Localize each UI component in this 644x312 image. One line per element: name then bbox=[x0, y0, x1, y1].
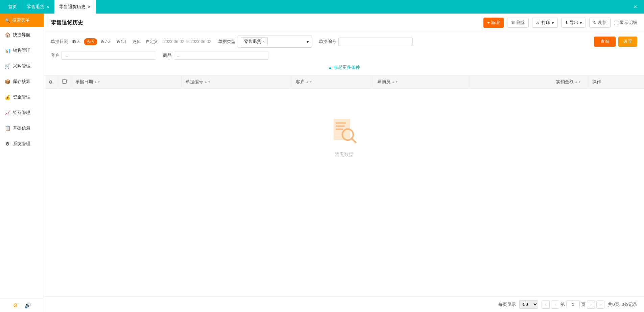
th-date[interactable]: 单据日期 ▲▼ bbox=[71, 75, 181, 89]
date-btn-today[interactable]: 今天 bbox=[84, 38, 97, 45]
tab-retail-return[interactable]: 零售退货 ✕ bbox=[22, 0, 54, 14]
goods-input[interactable]: ... bbox=[174, 51, 268, 60]
goods-dots: ... bbox=[177, 53, 181, 58]
voucher-type-filter: 单据类型 零售退货 × ▾ bbox=[218, 36, 312, 48]
tab-retail-return-history[interactable]: 零售退货历史 ✕ bbox=[54, 0, 96, 14]
goods-label: 商品 bbox=[163, 52, 172, 59]
sort-guide-icon: ▲▼ bbox=[391, 80, 398, 84]
total-info: 共0页, 0条记录 bbox=[608, 302, 637, 308]
th-voucher-no[interactable]: 单据编号 ▲▼ bbox=[181, 75, 291, 89]
export-button[interactable]: ⬇ 导出 ▾ bbox=[561, 18, 586, 28]
th-amount[interactable]: 实销金额 ▲▼ bbox=[469, 75, 588, 89]
table-settings-icon[interactable]: ⚙ bbox=[49, 80, 53, 85]
date-shortcuts: 昨天 今天 近7天 近1月 更多 自定义 bbox=[70, 38, 160, 45]
date-filter: 单据日期 昨天 今天 近7天 近1月 更多 自定义 2023-06-02 至 2… bbox=[51, 38, 211, 45]
collapse-row: ▲ 收起更多条件 bbox=[51, 63, 637, 72]
new-button[interactable]: + 新增 bbox=[483, 18, 503, 28]
print-button[interactable]: 🖨 打印 ▾ bbox=[532, 18, 558, 28]
page-title-row: 零售退货历史 + 新增 🗑 删除 🖨 打印 ▾ ⬇ 导出 ▾ ↻ 刷新 bbox=[51, 18, 637, 28]
operations-icon: 📈 bbox=[5, 110, 10, 115]
collapse-button[interactable]: ▲ 收起更多条件 bbox=[328, 64, 360, 70]
customer-input[interactable]: ... bbox=[62, 51, 156, 60]
tab-bar: 首页 零售退货 ✕ 零售退货历史 ✕ bbox=[3, 0, 634, 14]
sort-amount-icon: ▲▼ bbox=[575, 80, 581, 84]
sidebar-bottom: ⚙ 🔊 bbox=[0, 298, 44, 312]
date-btn-yesterday[interactable]: 昨天 bbox=[70, 38, 82, 45]
date-btn-7days[interactable]: 近7天 bbox=[99, 38, 113, 45]
sidebar-search[interactable]: 🔍 搜索菜单 bbox=[0, 14, 44, 27]
per-page-select[interactable]: 50 10 20 100 bbox=[519, 300, 538, 309]
customer-dots: ... bbox=[65, 53, 68, 58]
svg-rect-1 bbox=[335, 122, 346, 124]
audio-icon[interactable]: 🔊 bbox=[24, 302, 31, 309]
filter-row-1: 单据日期 昨天 今天 近7天 近1月 更多 自定义 2023-06-02 至 2… bbox=[51, 36, 637, 48]
settings-bottom-icon[interactable]: ⚙ bbox=[13, 302, 18, 309]
sidebar-item-system[interactable]: ⚙ 系统管理 bbox=[0, 136, 44, 152]
sort-customer-icon: ▲▼ bbox=[306, 80, 312, 84]
collapse-up-icon: ▲ bbox=[328, 65, 332, 70]
empty-state-row: 暂无数据 bbox=[44, 89, 644, 185]
th-guide[interactable]: 导购员 ▲▼ bbox=[373, 75, 469, 89]
select-all-checkbox[interactable] bbox=[62, 79, 67, 84]
voucher-type-tag: 零售退货 × bbox=[241, 37, 268, 46]
close-tab-retail-return-history[interactable]: ✕ bbox=[88, 5, 91, 9]
voucher-type-select[interactable]: 零售退货 × ▾ bbox=[238, 36, 312, 48]
svg-line-5 bbox=[351, 138, 356, 143]
date-btn-1month[interactable]: 近1月 bbox=[115, 38, 129, 45]
sidebar-item-basic-info[interactable]: 📋 基础信息 bbox=[0, 120, 44, 136]
window-close-button[interactable]: ✕ bbox=[634, 4, 641, 9]
customer-label: 客户 bbox=[51, 52, 59, 59]
remove-voucher-type[interactable]: × bbox=[263, 40, 265, 44]
pagination: 每页显示 50 10 20 100 « ‹ 第 页 › » 共0页, 0条记录 bbox=[44, 296, 644, 312]
refresh-button[interactable]: ↻ 刷新 bbox=[589, 18, 611, 28]
page-title: 零售退货历史 bbox=[51, 19, 83, 26]
th-customer[interactable]: 客户 ▲▼ bbox=[292, 75, 373, 89]
sort-voucherno-icon: ▲▼ bbox=[204, 80, 211, 84]
voucher-type-label: 单据类型 bbox=[218, 39, 236, 45]
toolbar: + 新增 🗑 删除 🖨 打印 ▾ ⬇ 导出 ▾ ↻ 刷新 显示明细 bbox=[483, 18, 637, 28]
show-detail-checkbox[interactable] bbox=[614, 21, 618, 25]
empty-state: 暂无数据 bbox=[44, 89, 644, 185]
tab-home[interactable]: 首页 bbox=[3, 0, 22, 14]
date-btn-more[interactable]: 更多 bbox=[130, 38, 142, 45]
th-settings[interactable]: ⚙ bbox=[44, 75, 57, 89]
export-dropdown-icon: ▾ bbox=[580, 20, 582, 25]
th-action: 操作 bbox=[588, 75, 644, 89]
sidebar-item-finance[interactable]: 💰 资金管理 bbox=[0, 89, 44, 105]
date-btn-custom[interactable]: 自定义 bbox=[144, 38, 160, 45]
page-input[interactable] bbox=[566, 300, 580, 308]
purchase-icon: 🛒 bbox=[5, 63, 10, 69]
empty-text: 暂无数据 bbox=[335, 152, 354, 158]
home-icon: 🏠 bbox=[5, 32, 10, 38]
next-page-button[interactable]: › bbox=[587, 300, 595, 309]
sidebar-item-shortcuts[interactable]: 🏠 快捷导航 bbox=[0, 27, 44, 43]
sidebar: 🔍 搜索菜单 🏠 快捷导航 📊 销售管理 🛒 采购管理 📦 库存核算 💰 资金管… bbox=[0, 14, 44, 312]
settings-button[interactable]: 设置 bbox=[618, 37, 637, 47]
goods-filter: 商品 ... bbox=[163, 51, 268, 60]
finance-icon: 💰 bbox=[5, 94, 10, 100]
sidebar-item-operations[interactable]: 📈 经营管理 bbox=[0, 105, 44, 120]
pagination-nav: « ‹ 第 页 › » bbox=[542, 300, 604, 309]
top-bar: 首页 零售退货 ✕ 零售退货历史 ✕ ✕ bbox=[0, 0, 644, 14]
page-header: 零售退货历史 + 新增 🗑 删除 🖨 打印 ▾ ⬇ 导出 ▾ ↻ 刷新 bbox=[44, 14, 644, 32]
voucher-no-input[interactable] bbox=[338, 38, 413, 46]
close-tab-retail-return[interactable]: ✕ bbox=[46, 5, 49, 9]
prev-page-button[interactable]: ‹ bbox=[551, 300, 559, 309]
sidebar-item-purchase[interactable]: 🛒 采购管理 bbox=[0, 58, 44, 74]
date-label: 单据日期 bbox=[51, 39, 68, 45]
delete-button[interactable]: 🗑 删除 bbox=[507, 18, 529, 28]
voucher-no-label: 单据编号 bbox=[319, 39, 336, 45]
basic-info-icon: 📋 bbox=[5, 126, 10, 131]
last-page-button[interactable]: » bbox=[596, 300, 604, 309]
voucher-no-filter: 单据编号 bbox=[319, 38, 413, 46]
query-button[interactable]: 查询 bbox=[594, 37, 616, 47]
svg-rect-3 bbox=[335, 129, 343, 130]
sidebar-item-inventory[interactable]: 📦 库存核算 bbox=[0, 74, 44, 89]
th-checkbox[interactable] bbox=[57, 75, 71, 89]
sidebar-item-sales[interactable]: 📊 销售管理 bbox=[0, 43, 44, 58]
search-icon: 🔍 bbox=[5, 18, 10, 23]
voucher-type-dropdown-icon: ▾ bbox=[307, 39, 309, 44]
show-detail-toggle[interactable]: 显示明细 bbox=[614, 20, 637, 26]
page-label: 第 bbox=[560, 302, 565, 308]
first-page-button[interactable]: « bbox=[542, 300, 550, 309]
